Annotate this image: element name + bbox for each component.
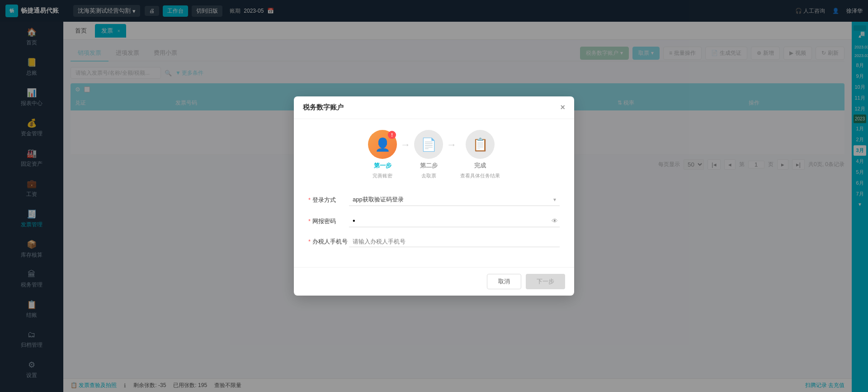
phone-label: * 办税人手机号 <box>308 238 349 246</box>
login-method-value: app获取验证码登录 <box>353 196 404 204</box>
modal-title: 税务数字账户 <box>303 103 344 112</box>
chevron-down-icon: ▾ <box>553 196 556 203</box>
step-1-label: 第一步 <box>374 162 392 170</box>
step-2-doc-icon: 📄 <box>421 137 437 152</box>
modal-close-btn[interactable]: × <box>560 103 565 112</box>
step-3: 📋 完成 查看具体任务结果 <box>460 130 500 179</box>
step-3-label: 完成 <box>474 162 486 170</box>
phone-row: * 办税人手机号 <box>308 236 560 247</box>
password-label: * 网报密码 <box>308 217 349 225</box>
phone-input[interactable] <box>349 236 560 247</box>
step-1-desc: 完善账密 <box>373 172 392 179</box>
step-2-desc: 去取票 <box>421 172 436 179</box>
step-3-clipboard-icon: 📋 <box>472 137 488 152</box>
modal-overlay: 税务数字账户 × 👤 ! 第一步 完善账密 → <box>0 0 868 392</box>
modal-footer: 取消 下一步 <box>294 267 574 296</box>
step-1-error-badge: ! <box>388 131 396 139</box>
login-method-select[interactable]: app获取验证码登录 ▾ <box>349 194 560 206</box>
tax-digital-modal: 税务数字账户 × 👤 ! 第一步 完善账密 → <box>294 96 574 296</box>
step-1-icon-wrap: 👤 ! <box>368 130 397 159</box>
step-arrow-1: → <box>401 139 410 151</box>
login-method-label: * 登录方式 <box>308 196 349 204</box>
password-wrap: 👁 <box>349 215 560 227</box>
next-button[interactable]: 下一步 <box>526 274 565 289</box>
password-input[interactable] <box>349 215 550 227</box>
step-arrow-2: → <box>447 139 457 151</box>
step-2-label: 第二步 <box>420 162 438 170</box>
modal-header: 税务数字账户 × <box>294 96 574 119</box>
step-3-icon-wrap: 📋 <box>466 130 495 159</box>
step-2: 📄 第二步 去取票 <box>414 130 443 179</box>
step-1-person-icon: 👤 <box>375 137 391 152</box>
step-3-desc: 查看具体任务结果 <box>460 172 500 179</box>
steps: 👤 ! 第一步 完善账密 → 📄 第二步 去取票 → <box>308 130 560 179</box>
step-1: 👤 ! 第一步 完善账密 <box>368 130 397 179</box>
password-row: * 网报密码 👁 <box>308 215 560 227</box>
modal-body: 👤 ! 第一步 完善账密 → 📄 第二步 去取票 → <box>294 119 574 267</box>
cancel-button[interactable]: 取消 <box>487 274 521 289</box>
login-method-row: * 登录方式 app获取验证码登录 ▾ <box>308 194 560 206</box>
eye-icon[interactable]: 👁 <box>550 215 560 226</box>
step-2-icon-wrap: 📄 <box>414 130 443 159</box>
